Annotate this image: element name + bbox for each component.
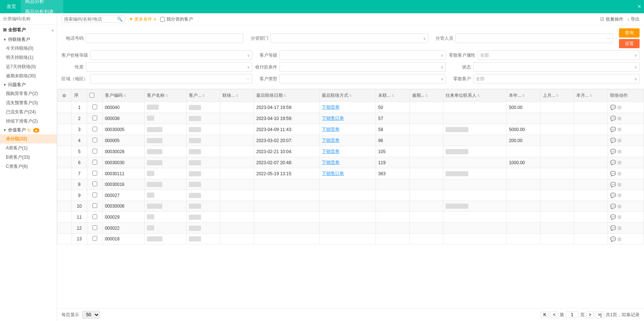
- chat-icon[interactable]: 💬: [610, 214, 616, 220]
- row-checkbox[interactable]: [92, 127, 97, 131]
- batch-operation-btn[interactable]: ☑ 批量操作: [600, 16, 623, 22]
- row-check-cell[interactable]: [87, 113, 102, 124]
- nav-tab-analysis[interactable]: 商品分析×: [21, 0, 63, 7]
- row-checkbox[interactable]: [92, 149, 97, 154]
- last-method-link[interactable]: 下销货单: [322, 105, 339, 110]
- retail-cust-select[interactable]: 全部∨: [473, 74, 640, 84]
- last-method-link[interactable]: 下销货单: [322, 160, 339, 165]
- first-page-btn[interactable]: K: [541, 311, 549, 318]
- company-contact-col-header[interactable]: 往来单位联系人⇅: [443, 89, 507, 102]
- row-checkbox[interactable]: [92, 236, 97, 241]
- close-tab-analysis[interactable]: ×: [47, 0, 49, 4]
- next-page-btn[interactable]: >: [586, 311, 594, 318]
- row-check-cell[interactable]: [87, 146, 102, 157]
- grid-icon[interactable]: ⊞: [617, 214, 622, 220]
- all-customers-header[interactable]: ⊞全部客户 «: [0, 25, 57, 35]
- prev-page-btn[interactable]: <: [550, 311, 558, 318]
- this-year-col-header[interactable]: 本年...⇅: [507, 89, 541, 102]
- row-checkbox[interactable]: [92, 214, 97, 219]
- grid-icon[interactable]: ⊞: [617, 204, 622, 209]
- grid-icon[interactable]: ⊞: [617, 236, 622, 242]
- sidebar-item[interactable]: A类客户(1): [0, 144, 57, 153]
- sidebar-item[interactable]: 近7天待联络(0): [0, 62, 57, 71]
- grid-icon[interactable]: ⊞: [617, 193, 622, 198]
- region-select[interactable]: ···: [90, 74, 252, 84]
- type-col-header[interactable]: 客户...⇅: [186, 89, 220, 102]
- grid-icon[interactable]: ⊞: [617, 127, 622, 132]
- pending-group-header[interactable]: ▼ 待联络客户: [0, 35, 57, 44]
- status-select[interactable]: ∨: [473, 62, 640, 72]
- row-check-cell[interactable]: [87, 190, 102, 201]
- cust-level-select[interactable]: ∨: [279, 50, 446, 60]
- chat-icon[interactable]: 💬: [610, 225, 616, 231]
- row-check-cell[interactable]: [87, 102, 102, 113]
- sidebar-item[interactable]: 已流失客户(24): [0, 107, 57, 117]
- page-number-input[interactable]: [566, 311, 579, 318]
- name-col-header[interactable]: 客户名称⇅: [144, 89, 186, 102]
- overdue-col-header[interactable]: 逾期...⇅: [409, 89, 443, 102]
- row-checkbox[interactable]: [92, 105, 97, 109]
- export-btn[interactable]: ↓ 导出: [627, 16, 640, 22]
- grid-icon[interactable]: ⊞: [617, 171, 622, 176]
- last-month-col-header[interactable]: 上月...⇅: [540, 89, 574, 102]
- row-checkbox[interactable]: [92, 138, 97, 142]
- last-page-btn[interactable]: >|: [595, 311, 604, 318]
- sidebar-item[interactable]: 流失预警客户(3): [0, 98, 57, 107]
- chat-icon[interactable]: 💬: [610, 204, 616, 209]
- sidebar-search-input[interactable]: [3, 16, 57, 21]
- last-date-col-header[interactable]: 最后联络日期⇅: [254, 89, 319, 102]
- chat-icon[interactable]: 💬: [610, 149, 616, 154]
- contact-col-header[interactable]: 联络...⇅: [220, 89, 254, 102]
- cust-type-select[interactable]: ∨: [279, 74, 446, 84]
- sidebar-item[interactable]: C类客户(6): [0, 162, 57, 171]
- chat-icon[interactable]: 💬: [610, 116, 616, 121]
- problem-group-header[interactable]: ▼ 问题客户: [0, 81, 57, 89]
- chat-icon[interactable]: 💬: [610, 193, 616, 198]
- row-checkbox[interactable]: [92, 160, 97, 165]
- retail-attr-select[interactable]: 全部∨: [478, 50, 640, 60]
- settings-col-header[interactable]: ⚙: [57, 89, 72, 102]
- last-method-link[interactable]: 下销售订单: [322, 171, 344, 176]
- grid-icon[interactable]: ⊞: [617, 138, 622, 143]
- sidebar-item[interactable]: 囤购异常客户(2): [0, 89, 57, 98]
- refresh-icon[interactable]: ↻: [27, 128, 31, 133]
- sidebar-item[interactable]: 逾期未联络(30): [0, 71, 57, 81]
- grid-icon[interactable]: ⊞: [617, 149, 622, 154]
- row-check-cell[interactable]: [87, 157, 102, 168]
- chat-icon[interactable]: 💬: [610, 160, 616, 165]
- sidebar-item[interactable]: 今天待联络(0): [0, 44, 57, 53]
- my-customers-checkbox[interactable]: [160, 17, 165, 22]
- row-check-cell[interactable]: [87, 234, 102, 244]
- row-check-cell[interactable]: [87, 212, 102, 223]
- row-check-cell[interactable]: [87, 201, 102, 212]
- chat-icon[interactable]: 💬: [610, 171, 616, 176]
- last-method-link[interactable]: 下销货单: [322, 138, 339, 143]
- last-method-link[interactable]: 下销货单: [322, 149, 339, 154]
- row-check-cell[interactable]: [87, 179, 102, 190]
- reset-button[interactable]: 设置: [619, 39, 640, 48]
- chat-icon[interactable]: 💬: [610, 105, 616, 110]
- chat-icon[interactable]: 💬: [610, 182, 616, 187]
- grid-icon[interactable]: ⊞: [617, 116, 622, 121]
- last-method-link[interactable]: 下销货单: [322, 127, 339, 132]
- chat-icon[interactable]: 💬: [610, 138, 616, 143]
- row-check-cell[interactable]: [87, 124, 102, 135]
- grid-icon[interactable]: ⊞: [617, 105, 622, 110]
- query-button[interactable]: 查询: [619, 28, 640, 38]
- row-checkbox[interactable]: [92, 203, 97, 208]
- price-level-select[interactable]: ∨: [90, 50, 252, 60]
- home-tab[interactable]: 首页: [3, 3, 20, 10]
- row-checkbox[interactable]: [92, 225, 97, 230]
- dept-select[interactable]: ∨: [271, 33, 428, 43]
- row-checkbox[interactable]: [92, 193, 97, 197]
- row-checkbox[interactable]: [92, 116, 97, 120]
- more-conditions-btn[interactable]: ▼ 更多条件 ∧: [129, 16, 156, 22]
- chat-icon[interactable]: 💬: [610, 236, 616, 242]
- grid-icon[interactable]: ⊞: [617, 160, 622, 165]
- grid-icon[interactable]: ⊞: [617, 225, 622, 231]
- row-checkbox[interactable]: [92, 171, 97, 176]
- chat-icon[interactable]: 💬: [610, 127, 616, 132]
- main-search-icon[interactable]: 🔍: [117, 17, 123, 22]
- row-check-cell[interactable]: [87, 223, 102, 234]
- payment-select[interactable]: ∨: [279, 62, 446, 72]
